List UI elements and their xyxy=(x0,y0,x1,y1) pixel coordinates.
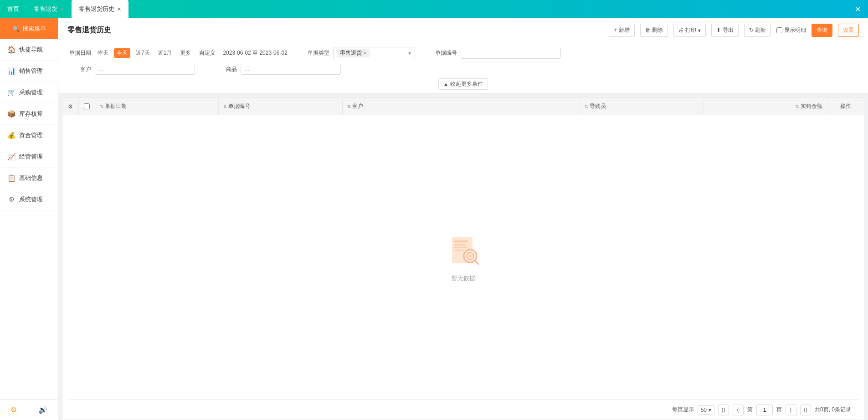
sidebar-item-inventory[interactable]: 📦 库存核算 xyxy=(0,103,58,125)
query-button[interactable]: 查询 xyxy=(812,24,832,37)
date-option-yesterday[interactable]: 昨天 xyxy=(95,48,111,58)
basic-info-icon: 📋 xyxy=(7,174,15,182)
show-detail-checkbox[interactable] xyxy=(776,27,782,33)
show-detail-checkbox-label[interactable]: 显示明细 xyxy=(776,26,806,34)
first-page-button[interactable]: ⟨⟨ xyxy=(718,405,729,415)
inventory-icon: 📦 xyxy=(7,110,15,118)
sales-icon: 📊 xyxy=(7,67,15,75)
total-records: 共0页, 0条记录 xyxy=(815,406,851,414)
search-icon: 🔍 xyxy=(12,26,20,32)
page-header: 零售退货历史 + 新增 🗑 删除 🖨 打印 ▾ ⬆ 导出 xyxy=(58,18,868,94)
empty-state-illustration xyxy=(445,232,482,269)
search-menu-button[interactable]: 🔍 搜索菜单 xyxy=(0,18,58,39)
settings-button[interactable]: 设置 xyxy=(838,24,859,37)
sidebar-item-system[interactable]: ⚙ 系统管理 xyxy=(0,189,58,210)
goods-filter-input[interactable]: ... xyxy=(241,64,341,75)
home-icon: 🏠 xyxy=(7,46,15,54)
tab-home[interactable]: 首页 xyxy=(0,0,26,18)
prev-page-button[interactable]: ⟨ xyxy=(733,405,744,415)
data-table: ⚙ ⇅ 单据日期 ⇅ 单据编号 ⇅ 客户 ⇅ xyxy=(62,97,864,420)
add-button[interactable]: + 新增 xyxy=(609,24,634,37)
purchase-icon: 🛒 xyxy=(7,88,15,97)
last-page-button[interactable]: ⟩⟩ xyxy=(800,405,811,415)
empty-text: 暂无数据 xyxy=(452,274,475,282)
print-dropdown-icon: ▾ xyxy=(698,27,701,34)
th-checkbox[interactable] xyxy=(79,98,95,115)
tab-retail-return[interactable]: 零售退货 ✕ xyxy=(26,0,72,18)
nav-items: 🏠 快捷导航 📊 销售管理 🛒 采购管理 📦 库存核算 💰 资金管理 📈 xyxy=(0,39,58,399)
svg-rect-4 xyxy=(454,250,464,251)
th-amount[interactable]: ⇅ 实销金额 xyxy=(704,98,827,115)
sort-icon-amount: ⇅ xyxy=(796,104,799,109)
empty-state: 暂无数据 xyxy=(427,214,500,301)
svg-point-6 xyxy=(467,252,474,260)
date-option-today[interactable]: 今天 xyxy=(114,48,130,58)
tab-list: 首页 零售退货 ✕ 零售退货历史 ✕ xyxy=(0,0,847,18)
tab-retail-return-history[interactable]: 零售退货历史 ✕ xyxy=(72,0,128,18)
type-select-arrow: ▾ xyxy=(408,50,411,56)
type-tag: 零售退货 ✕ xyxy=(337,49,370,57)
sidebar: 🔍 搜索菜单 🏠 快捷导航 📊 销售管理 🛒 采购管理 📦 库存核算 💰 xyxy=(0,18,58,420)
next-page-button[interactable]: ⟩ xyxy=(786,405,796,415)
svg-line-7 xyxy=(475,261,478,264)
column-settings-icon: ⚙ xyxy=(68,103,73,110)
sidebar-bottom: ⚙ 🔊 xyxy=(0,399,58,420)
collapse-filter-button[interactable]: ▲ 收起更多条件 xyxy=(438,78,488,90)
date-range-display: 2023-06-02 至 2023-06-02 xyxy=(223,49,287,57)
page-title-row: 零售退货历史 + 新增 🗑 删除 🖨 打印 ▾ ⬆ 导出 xyxy=(67,24,859,37)
volume-bottom-icon[interactable]: 🔊 xyxy=(38,405,47,414)
sidebar-item-finance[interactable]: 💰 资金管理 xyxy=(0,125,58,146)
main-layout: 🔍 搜索菜单 🏠 快捷导航 📊 销售管理 🛒 采购管理 📦 库存核算 💰 xyxy=(0,18,868,420)
settings-bottom-icon[interactable]: ⚙ xyxy=(10,405,17,414)
delete-button[interactable]: 🗑 删除 xyxy=(640,24,668,37)
type-tag-close[interactable]: ✕ xyxy=(363,51,367,56)
sort-icon-number: ⇅ xyxy=(223,104,227,109)
sidebar-item-basic-info[interactable]: 📋 基础信息 xyxy=(0,168,58,189)
export-button[interactable]: ⬆ 导出 xyxy=(711,24,738,37)
filter-row-2: 客户 ... 商品 ... xyxy=(67,64,859,75)
date-option-more[interactable]: 更多 xyxy=(177,48,194,58)
th-customer[interactable]: ⇅ 客户 xyxy=(343,98,580,115)
th-number[interactable]: ⇅ 单据编号 xyxy=(219,98,342,115)
main-content: 零售退货历史 + 新增 🗑 删除 🖨 打印 ▾ ⬆ 导出 xyxy=(58,18,868,420)
goods-filter-label: 商品 xyxy=(213,66,241,73)
operations-icon: 📈 xyxy=(7,153,15,161)
th-settings[interactable]: ⚙ xyxy=(62,98,79,115)
sidebar-item-operations[interactable]: 📈 经营管理 xyxy=(0,146,58,168)
page-title: 零售退货历史 xyxy=(67,26,111,35)
page-label: 第 xyxy=(747,406,753,414)
doc-number-input[interactable] xyxy=(461,48,561,59)
select-all-checkbox[interactable] xyxy=(84,103,90,109)
page-size-select[interactable]: 50 ▾ xyxy=(698,405,714,415)
customer-filter-input[interactable]: ... xyxy=(95,64,195,75)
date-options: 昨天 今天 近7天 近1月 更多 自定义 2023-06-02 至 2023-0… xyxy=(95,48,288,58)
collapse-icon: ▲ xyxy=(443,81,449,87)
th-guide[interactable]: ⇅ 导购员 xyxy=(580,98,704,115)
date-option-custom[interactable]: 自定义 xyxy=(196,48,218,58)
window-close-button[interactable]: ✕ xyxy=(847,5,868,14)
pagination-bar: 每页显示 50 ▾ ⟨⟨ ⟨ 第 页 ⟩ ⟩⟩ xyxy=(66,400,860,420)
toolbar: + 新增 🗑 删除 🖨 打印 ▾ ⬆ 导出 ↻ 刷新 xyxy=(609,24,859,37)
svg-rect-1 xyxy=(454,241,468,242)
sort-icon-guide: ⇅ xyxy=(585,104,588,109)
system-icon: ⚙ xyxy=(7,195,15,204)
sort-icon-date: ⇅ xyxy=(100,104,103,109)
close-tab-retail-return-history[interactable]: ✕ xyxy=(117,6,121,12)
page-number-input[interactable] xyxy=(756,405,773,415)
sidebar-item-sales[interactable]: 📊 销售管理 xyxy=(0,61,58,82)
close-tab-retail-return[interactable]: ✕ xyxy=(60,6,64,12)
th-action: 操作 xyxy=(827,98,864,115)
table-body: 暂无数据 xyxy=(62,115,864,400)
sidebar-item-purchase[interactable]: 🛒 采购管理 xyxy=(0,82,58,103)
date-option-7days[interactable]: 近7天 xyxy=(133,48,153,58)
date-filter-label: 单据日期 xyxy=(67,49,95,57)
svg-rect-2 xyxy=(454,244,466,246)
th-date[interactable]: ⇅ 单据日期 xyxy=(95,98,219,115)
date-option-1month[interactable]: 近1月 xyxy=(155,48,175,58)
refresh-button[interactable]: ↻ 刷新 xyxy=(744,24,771,37)
type-filter-select[interactable]: 零售退货 ✕ ▾ xyxy=(333,47,415,59)
table-header: ⚙ ⇅ 单据日期 ⇅ 单据编号 ⇅ 客户 ⇅ xyxy=(62,98,864,115)
top-bar: 首页 零售退货 ✕ 零售退货历史 ✕ ✕ xyxy=(0,0,868,18)
sidebar-item-quick-nav[interactable]: 🏠 快捷导航 xyxy=(0,39,58,61)
print-button[interactable]: 🖨 打印 ▾ xyxy=(673,24,706,37)
